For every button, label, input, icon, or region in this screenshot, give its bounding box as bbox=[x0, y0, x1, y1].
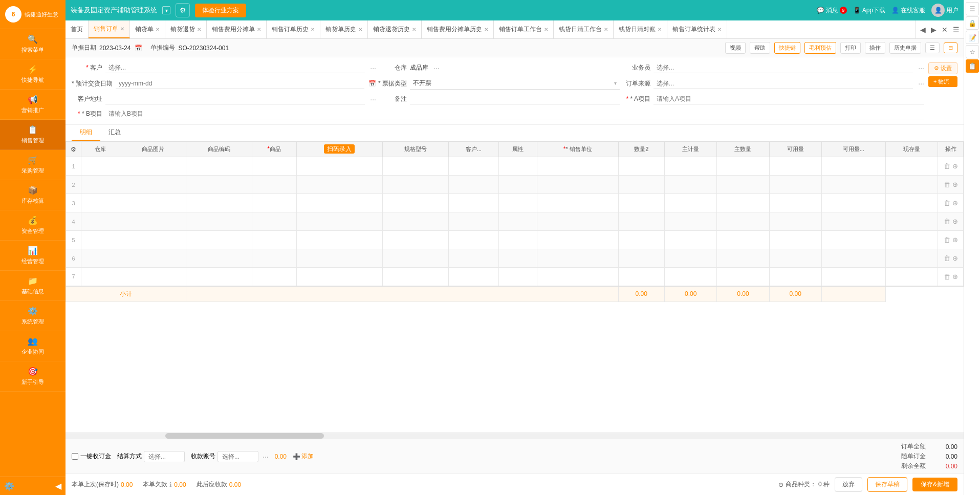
cell-3-1[interactable] bbox=[81, 194, 120, 212]
cell-7-12[interactable] bbox=[717, 268, 769, 286]
cell-1-2[interactable] bbox=[120, 157, 186, 176]
cell-2-5[interactable] bbox=[296, 176, 382, 194]
cell-3-13[interactable] bbox=[769, 194, 821, 212]
cell-1-10[interactable] bbox=[618, 157, 664, 176]
tab-close-3[interactable]: ✕ bbox=[197, 27, 201, 32]
cell-7-3[interactable] bbox=[186, 268, 252, 286]
cell-5-7[interactable] bbox=[448, 231, 498, 249]
cell-2-11[interactable] bbox=[665, 176, 717, 194]
view-btn[interactable]: 视频 bbox=[725, 42, 746, 54]
copy-icon-3[interactable]: ⊕ bbox=[952, 199, 958, 207]
customer-input[interactable] bbox=[105, 62, 365, 73]
cell-4-10[interactable] bbox=[618, 212, 664, 231]
cell-3-12[interactable] bbox=[717, 194, 769, 212]
cell-5-13[interactable] bbox=[769, 231, 821, 249]
add-payment-btn[interactable]: ➕ 添加 bbox=[293, 452, 314, 461]
cell-6-13[interactable] bbox=[769, 249, 821, 268]
tab-10[interactable]: 钱货日清工作台✕ bbox=[554, 20, 614, 38]
delete-icon-1[interactable]: 🗑 bbox=[944, 162, 950, 170]
warehouse-dots[interactable]: ··· bbox=[433, 64, 440, 72]
cell-6-1[interactable] bbox=[81, 249, 120, 268]
cell-7-2[interactable] bbox=[120, 268, 186, 286]
industry-btn[interactable]: 体验行业方案 bbox=[195, 4, 246, 17]
delete-icon-2[interactable]: 🗑 bbox=[944, 181, 950, 188]
cell-6-8[interactable] bbox=[498, 249, 537, 268]
sidebar-item-3[interactable]: 📋销售管理 bbox=[0, 120, 66, 150]
cell-7-8[interactable] bbox=[498, 268, 537, 286]
cell-7-7[interactable] bbox=[448, 268, 498, 286]
cell-6-10[interactable] bbox=[618, 249, 664, 268]
cell-7-9[interactable] bbox=[537, 268, 618, 286]
cell-1-12[interactable] bbox=[717, 157, 769, 176]
cell-4-5[interactable] bbox=[296, 212, 382, 231]
account-input[interactable] bbox=[217, 451, 258, 462]
cell-1-14[interactable] bbox=[821, 157, 885, 176]
shortcut-btn[interactable]: 快捷键 bbox=[774, 42, 800, 54]
cell-3-11[interactable] bbox=[665, 194, 717, 212]
cell-2-3[interactable] bbox=[186, 176, 252, 194]
cell-5-6[interactable] bbox=[382, 231, 448, 249]
cell-2-6[interactable] bbox=[382, 176, 448, 194]
cell-3-6[interactable] bbox=[382, 194, 448, 212]
tab-11[interactable]: 钱货日清对账✕ bbox=[614, 20, 667, 38]
right-panel-btn-1[interactable]: ☰ bbox=[966, 2, 979, 15]
cell-3-15[interactable] bbox=[885, 194, 938, 212]
cell-4-1[interactable] bbox=[81, 212, 120, 231]
detail-tab-1[interactable]: 汇总 bbox=[100, 125, 129, 141]
cell-5-12[interactable] bbox=[717, 231, 769, 249]
cell-1-9[interactable] bbox=[537, 157, 618, 176]
order-source-dots[interactable]: ··· bbox=[918, 79, 924, 88]
scroll-thumb[interactable] bbox=[165, 433, 324, 439]
tab-3[interactable]: 销货退货✕ bbox=[165, 20, 207, 38]
cell-5-15[interactable] bbox=[885, 231, 938, 249]
cell-5-11[interactable] bbox=[665, 231, 717, 249]
compact-view-btn[interactable]: ⊟ bbox=[944, 42, 957, 53]
copy-icon-4[interactable]: ⊕ bbox=[952, 218, 958, 225]
sidebar-item-4[interactable]: 🛒采购管理 bbox=[0, 150, 66, 180]
sidebar-item-9[interactable]: ⚙️系统管理 bbox=[0, 301, 66, 331]
sidebar-item-2[interactable]: 📢营销推广 bbox=[0, 90, 66, 120]
right-panel-btn-4[interactable]: ☆ bbox=[966, 45, 979, 58]
cell-2-9[interactable] bbox=[537, 176, 618, 194]
cell-7-13[interactable] bbox=[769, 268, 821, 286]
cell-7-6[interactable] bbox=[382, 268, 448, 286]
settings-action-btn[interactable]: ⚙ 设置 bbox=[928, 62, 957, 74]
tab-menu-btn[interactable]: ☰ bbox=[951, 25, 962, 35]
tab-5[interactable]: 销售订单历史✕ bbox=[267, 20, 320, 38]
sidebar-item-1[interactable]: ⚡快捷导航 bbox=[0, 59, 66, 90]
tab-close-8[interactable]: ✕ bbox=[484, 27, 488, 32]
b-project-input[interactable] bbox=[105, 109, 924, 119]
cell-2-12[interactable] bbox=[717, 176, 769, 194]
tab-close-12[interactable]: ✕ bbox=[717, 27, 722, 32]
one-click-checkbox[interactable] bbox=[72, 453, 78, 460]
cell-5-10[interactable] bbox=[618, 231, 664, 249]
grid-view-btn[interactable]: ☰ bbox=[925, 42, 940, 53]
cell-3-10[interactable] bbox=[618, 194, 664, 212]
delivery-input[interactable] bbox=[116, 78, 364, 89]
account-dots[interactable]: ··· bbox=[263, 453, 269, 461]
cell-6-9[interactable] bbox=[537, 249, 618, 268]
tab-close-1[interactable]: ✕ bbox=[120, 26, 124, 32]
online-service-btn[interactable]: 👤 在线客服 bbox=[891, 6, 925, 15]
cell-3-9[interactable] bbox=[537, 194, 618, 212]
cell-3-3[interactable] bbox=[186, 194, 252, 212]
cell-6-6[interactable] bbox=[382, 249, 448, 268]
address-input[interactable] bbox=[105, 94, 365, 104]
tab-close-6[interactable]: ✕ bbox=[358, 27, 362, 32]
help-btn[interactable]: 帮助 bbox=[750, 42, 770, 54]
print-btn[interactable]: 打印 bbox=[840, 42, 861, 54]
cell-3-4[interactable] bbox=[252, 194, 296, 212]
cell-3-5[interactable] bbox=[296, 194, 382, 212]
cell-4-14[interactable] bbox=[821, 212, 885, 231]
cell-2-15[interactable] bbox=[885, 176, 938, 194]
discard-btn[interactable]: 放弃 bbox=[835, 477, 862, 492]
cell-7-10[interactable] bbox=[618, 268, 664, 286]
cell-6-11[interactable] bbox=[665, 249, 717, 268]
cell-7-1[interactable] bbox=[81, 268, 120, 286]
payment-method-input[interactable] bbox=[144, 451, 185, 462]
delete-icon-5[interactable]: 🗑 bbox=[944, 236, 950, 244]
delete-icon-6[interactable]: 🗑 bbox=[944, 254, 950, 262]
sidebar-item-0[interactable]: 🔍搜索菜单 bbox=[0, 29, 66, 59]
cell-4-7[interactable] bbox=[448, 212, 498, 231]
sidebar-item-10[interactable]: 👥企业协同 bbox=[0, 331, 66, 361]
